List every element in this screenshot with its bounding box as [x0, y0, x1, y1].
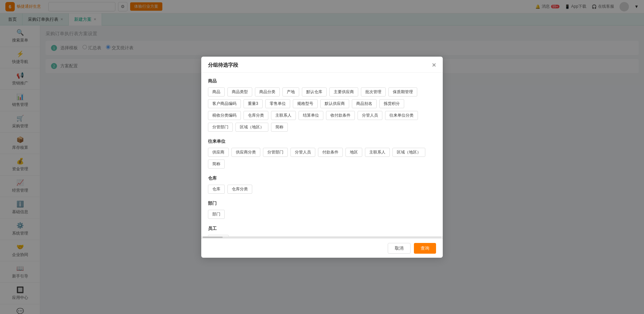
field-tag-0-23[interactable]: 区域（地区）: [235, 123, 268, 132]
field-tag-0-20[interactable]: 分管人员: [358, 111, 382, 120]
section-title-0: 商品: [208, 78, 436, 84]
field-tag-0-10[interactable]: 零售单位: [265, 99, 290, 108]
scrollbar-track: [203, 237, 441, 238]
field-section-部门: 部门部门: [208, 200, 436, 219]
field-tag-1-5[interactable]: 地区: [345, 148, 362, 157]
modal: 分组待选字段 ✕ 商品商品商品类型商品分类产地默认仓库主要供应商批次管理保质期管…: [201, 57, 443, 258]
section-title-3: 部门: [208, 200, 436, 206]
cancel-button[interactable]: 取消: [388, 243, 411, 254]
field-tag-0-21[interactable]: 往来单位分类: [385, 111, 418, 120]
confirm-button[interactable]: 查询: [414, 243, 436, 254]
field-section-仓库: 仓库仓库仓库分类: [208, 175, 436, 194]
field-tag-1-1[interactable]: 供应商分类: [231, 148, 260, 157]
field-tag-1-0[interactable]: 供应商: [208, 148, 229, 157]
field-tag-0-24[interactable]: 简称: [271, 123, 288, 132]
field-tag-0-19[interactable]: 收付款条件: [326, 111, 355, 120]
section-title-4: 员工: [208, 226, 436, 232]
field-tag-0-4[interactable]: 默认仓库: [302, 87, 327, 97]
field-tag-0-16[interactable]: 仓库分类: [244, 111, 268, 120]
field-section-往来单位: 往来单位供应商供应商分类分管部门分管人员付款条件地区主联系人区域（地区）简称: [208, 138, 436, 169]
field-tag-0-5[interactable]: 主要供应商: [329, 87, 358, 97]
field-section-员工: 员工业务员: [208, 226, 436, 237]
modal-overlay: 分组待选字段 ✕ 商品商品商品类型商品分类产地默认仓库主要供应商批次管理保质期管…: [0, 0, 644, 314]
field-section-商品: 商品商品商品类型商品分类产地默认仓库主要供应商批次管理保质期管理客户商品编码重量…: [208, 78, 436, 132]
scrollbar-thumb[interactable]: [203, 237, 223, 238]
field-tag-0-12[interactable]: 默认供应商: [320, 99, 349, 108]
field-tag-0-15[interactable]: 税收分类编码: [208, 111, 241, 120]
field-tag-0-9[interactable]: 重量3: [244, 99, 263, 108]
field-tag-2-0[interactable]: 仓库: [208, 185, 225, 194]
field-tags-2: 仓库仓库分类: [208, 185, 436, 194]
field-tag-1-8[interactable]: 简称: [208, 160, 225, 169]
field-tag-1-7[interactable]: 区域（地区）: [392, 148, 425, 157]
field-tag-0-7[interactable]: 保质期管理: [388, 87, 417, 97]
field-tag-0-1[interactable]: 商品类型: [227, 87, 252, 97]
modal-header: 分组待选字段 ✕: [201, 57, 443, 73]
field-tag-1-6[interactable]: 主联系人: [365, 148, 390, 157]
field-tag-2-1[interactable]: 仓库分类: [227, 185, 252, 194]
field-tag-0-11[interactable]: 规格型号: [293, 99, 318, 108]
section-title-2: 仓库: [208, 175, 436, 181]
field-tag-0-18[interactable]: 结算单位: [299, 111, 323, 120]
field-tag-0-14[interactable]: 拣货积分: [379, 99, 404, 108]
field-tags-0: 商品商品类型商品分类产地默认仓库主要供应商批次管理保质期管理客户商品编码重量3零…: [208, 87, 436, 132]
field-tags-1: 供应商供应商分类分管部门分管人员付款条件地区主联系人区域（地区）简称: [208, 148, 436, 169]
field-tag-1-2[interactable]: 分管部门: [263, 148, 288, 157]
field-tag-0-22[interactable]: 分管部门: [208, 123, 233, 132]
modal-footer: 取消 查询: [201, 239, 443, 258]
field-tag-0-17[interactable]: 主联系人: [271, 111, 296, 120]
field-tag-1-4[interactable]: 付款条件: [318, 148, 343, 157]
field-tag-1-3[interactable]: 分管人员: [290, 148, 315, 157]
field-tags-3: 部门: [208, 210, 436, 219]
field-tag-0-3[interactable]: 产地: [282, 87, 299, 97]
modal-body: 商品商品商品类型商品分类产地默认仓库主要供应商批次管理保质期管理客户商品编码重量…: [201, 73, 443, 237]
field-tag-0-0[interactable]: 商品: [208, 87, 225, 97]
field-tag-3-0[interactable]: 部门: [208, 210, 225, 219]
modal-close-icon[interactable]: ✕: [432, 62, 436, 68]
field-tag-0-6[interactable]: 批次管理: [361, 87, 386, 97]
modal-title: 分组待选字段: [208, 62, 238, 68]
field-tag-0-13[interactable]: 商品别名: [352, 99, 377, 108]
field-tag-0-2[interactable]: 商品分类: [255, 87, 280, 97]
field-tag-0-8[interactable]: 客户商品编码: [208, 99, 241, 108]
section-title-1: 往来单位: [208, 138, 436, 144]
